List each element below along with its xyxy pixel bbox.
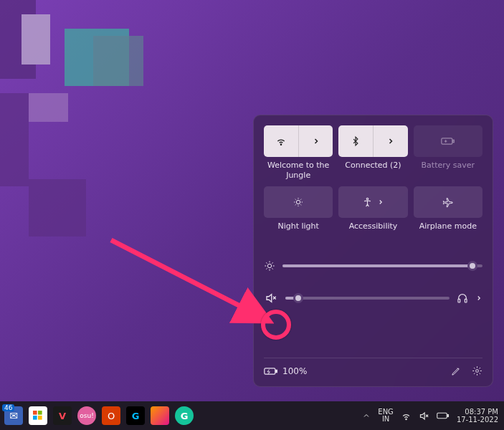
svg-rect-18 [447,415,449,417]
chevron-right-icon [377,199,384,206]
svg-rect-9 [276,370,277,372]
taskbar-app-osu[interactable]: osu! [77,406,96,425]
chevron-right-icon [386,137,395,145]
headphones-icon [457,292,468,304]
taskbar-clock[interactable]: 08:37 PM 17-11-2022 [457,408,498,424]
tray-volume-icon[interactable] [419,411,429,421]
svg-point-0 [280,144,281,145]
wifi-icon [401,411,412,421]
svg-point-3 [296,200,300,204]
bluetooth-expand-button[interactable] [373,125,408,157]
clock-time: 08:37 PM [457,408,498,416]
taskbar-app-grammarly[interactable]: G [175,406,194,425]
bluetooth-icon [351,135,361,147]
gear-icon [472,366,482,376]
battery-charging-icon [437,411,450,420]
battery-charging-icon [264,367,278,376]
svg-rect-14 [33,416,37,420]
battery-saver-label: Battery saver [422,161,475,181]
volume-muted-icon [265,292,277,305]
volume-mute-button[interactable] [264,292,278,305]
night-light-icon [293,196,304,208]
night-light-label: Night light [277,221,318,242]
quick-settings-footer: 100% [264,358,482,376]
bluetooth-tile[interactable] [338,125,407,157]
edit-quick-settings-button[interactable] [451,366,462,376]
chevron-up-icon [362,411,371,420]
annotation-circle [261,310,291,340]
wifi-toggle-button[interactable] [264,125,298,157]
desktop-wallpaper [0,0,179,251]
battery-saver-tile [414,125,482,157]
airplane-mode-label: Airplane mode [419,221,477,242]
language-indicator[interactable]: ENG IN [378,408,394,423]
bluetooth-toggle-button[interactable] [338,125,373,157]
airplane-icon [442,196,454,208]
svg-line-11 [111,240,265,319]
svg-rect-13 [38,411,42,415]
brightness-icon [264,260,275,272]
accessibility-tile[interactable] [338,186,407,218]
svg-point-10 [476,370,479,373]
store-icon [33,411,43,421]
taskbar-app-microsoft-store[interactable] [29,406,47,425]
volume-row [264,292,482,305]
wifi-icon [275,135,287,147]
language-line2: IN [378,416,394,423]
mail-count-badge: 46 [2,404,14,411]
battery-status[interactable]: 100% [264,366,307,376]
svg-rect-2 [452,140,454,142]
wifi-expand-button[interactable] [298,125,333,157]
svg-rect-6 [458,299,460,302]
svg-point-16 [406,419,406,419]
tray-wifi-icon[interactable] [401,411,412,421]
chevron-right-icon [312,137,320,145]
accessibility-icon [362,197,373,208]
taskbar: ✉ 46 V osu! O G G ENG IN 08:37 PM [0,401,504,430]
clock-date: 17-11-2022 [457,416,498,424]
taskbar-app-office[interactable]: O [102,406,120,425]
svg-rect-15 [38,416,42,420]
accessibility-label: Accessibility [349,221,398,242]
wifi-tile[interactable] [264,125,333,157]
svg-rect-12 [33,411,37,415]
chevron-right-icon[interactable] [475,295,482,302]
settings-button[interactable] [472,366,482,376]
svg-point-5 [267,264,271,267]
volume-muted-icon [419,411,429,421]
svg-rect-7 [465,299,467,302]
brightness-row [264,260,482,272]
night-light-tile[interactable] [264,186,333,218]
tray-battery-icon[interactable] [437,411,450,420]
brightness-slider[interactable] [282,264,482,267]
battery-saver-icon [441,136,455,146]
tray-overflow-button[interactable] [362,411,371,420]
taskbar-app-firefox[interactable] [151,406,169,425]
audio-output-button[interactable] [457,292,468,304]
wifi-label: Welcome to the Jungle [264,161,333,181]
airplane-mode-tile[interactable] [414,186,482,218]
svg-point-4 [366,198,369,200]
quick-settings-panel: Welcome to the Jungle Connected (2) Batt… [253,115,493,387]
volume-slider[interactable] [285,297,450,300]
taskbar-app-logitech-g[interactable]: G [126,406,145,425]
svg-rect-8 [265,368,275,373]
bluetooth-label: Connected (2) [345,161,401,181]
taskbar-app-mail[interactable]: ✉ 46 [4,406,23,425]
battery-percent: 100% [282,366,307,376]
taskbar-app-valorant[interactable]: V [53,406,72,425]
svg-rect-17 [437,413,447,419]
pencil-icon [451,366,462,376]
quick-settings-grid: Welcome to the Jungle Connected (2) Batt… [264,125,482,242]
